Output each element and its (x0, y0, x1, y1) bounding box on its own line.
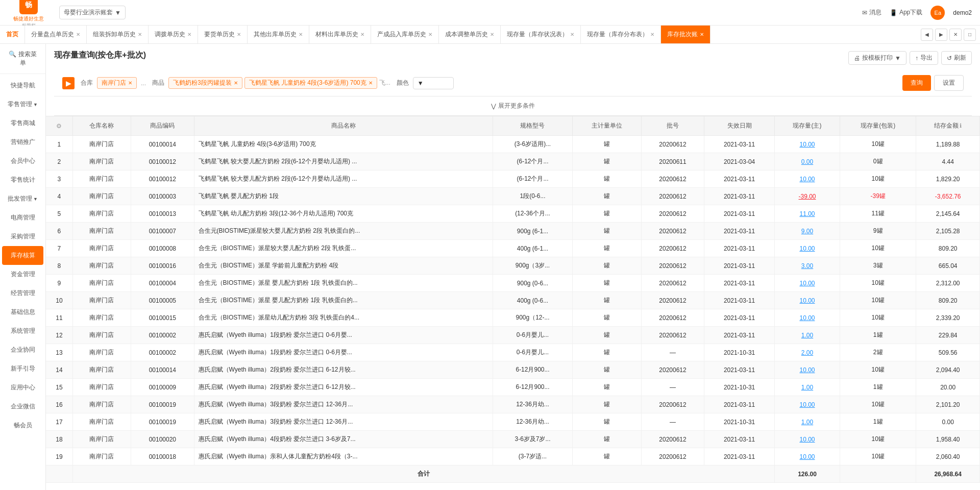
warehouse-tag-value: 南岸门店 (102, 79, 126, 87)
sidebar-item-vip[interactable]: 畅会员 (2, 416, 43, 435)
cell-stock-main[interactable]: 10.00 (774, 136, 840, 153)
settings-button[interactable]: 设置 (934, 75, 964, 91)
sidebar-item-enterprise[interactable]: 企业协同 (2, 340, 43, 359)
sidebar-item-newbie[interactable]: 新手引导 (2, 359, 43, 378)
cell-stock-main[interactable]: 3.00 (774, 257, 840, 275)
cell-stock-main[interactable]: 10.00 (774, 448, 840, 465)
sidebar-item-app_center[interactable]: 应用中心 (2, 378, 43, 397)
tab-close-split_check_history[interactable]: ✕ (76, 32, 80, 37)
sidebar-item-finance[interactable]: 资金管理 (2, 265, 43, 284)
tab-pick_history[interactable]: 调拨单历史 ✕ (149, 26, 198, 44)
cell-warehouse: 南岸门店 (72, 396, 131, 413)
message-button[interactable]: ✉ 消息 (862, 8, 881, 17)
warehouse-tag-item[interactable]: 南岸门店 ✕ (97, 77, 137, 89)
goods-more[interactable]: 飞... (379, 79, 390, 87)
cell-stock-main[interactable]: 10.00 (774, 275, 840, 292)
expand-more-button[interactable]: ⋁ 展开更多条件 (487, 100, 539, 112)
shortcut-nav-item[interactable]: 快捷导航 (2, 76, 43, 95)
tab-close-requisition_history[interactable]: ✕ (237, 32, 241, 37)
sidebar-item-basic_info[interactable]: 基础信息 (2, 303, 43, 322)
tab-home[interactable]: 首页 (0, 26, 25, 44)
sidebar-item-system[interactable]: 系统管理 (2, 322, 43, 340)
sidebar-item-wholesale[interactable]: 批发管理▼ (2, 189, 43, 208)
sidebar-item-retail_stats[interactable]: 零售统计 (2, 170, 43, 189)
cell-stock-main[interactable]: 10.00 (774, 170, 840, 188)
cell-stock-main[interactable]: -39.00 (774, 188, 840, 205)
sidebar-item-operations[interactable]: 经营管理 (2, 284, 43, 303)
cell-goods-name: 惠氏启赋（Wyeth illuma）1段奶粉 爱尔兰进口 0-6月婴... (194, 344, 493, 361)
goods-tag-0-remove[interactable]: ✕ (234, 80, 238, 86)
cell-unit: 罐 (572, 431, 641, 448)
cell-no: 11 (46, 309, 72, 327)
cell-spec: 900g（3岁... (493, 257, 572, 275)
tab-close-disassembly_history[interactable]: ✕ (138, 32, 142, 37)
cell-stock-main[interactable]: 9.00 (774, 223, 840, 240)
message-label: 消息 (869, 8, 881, 17)
sidebar-item-ecommerce[interactable]: 电商管理 (2, 208, 43, 227)
tab-close-pick_history[interactable]: ✕ (187, 32, 191, 37)
cell-stock-main[interactable]: 11.00 (774, 205, 840, 223)
cell-stock-main[interactable]: 2.00 (774, 344, 840, 361)
nav-next-button[interactable]: ▶ (935, 29, 947, 41)
app-download-button[interactable]: 📱 App下载 (890, 8, 922, 17)
cell-stock-main[interactable]: 1.00 (774, 413, 840, 431)
warehouse-more[interactable]: ... (141, 80, 146, 87)
goods-tag-1[interactable]: 飞鹤星飞帆 儿童奶粉 4段(3-6岁适用) 700克 ✕ (244, 77, 377, 89)
tab-stock_status[interactable]: 现存量（库存状况表） ✕ (501, 26, 581, 44)
cell-stock-main[interactable]: 10.00 (774, 431, 840, 448)
tab-requisition_history[interactable]: 要货单历史 ✕ (198, 26, 248, 44)
sidebar-item-retail[interactable]: 零售管理▼ (2, 95, 43, 114)
col-stock-main: 现存量(主) (774, 116, 840, 136)
color-dropdown[interactable]: ▼ (413, 77, 454, 89)
cell-stock-main[interactable]: 1.00 (774, 379, 840, 396)
nav-maximize-button[interactable]: □ (964, 29, 976, 41)
sidebar-item-inventory[interactable]: 库存核算 (2, 246, 43, 265)
nav-close-button[interactable]: ✕ (949, 29, 962, 41)
query-button[interactable]: 查询 (902, 75, 931, 91)
cell-stock-main[interactable]: 0.00 (774, 153, 840, 170)
industry-selector[interactable]: 母婴行业演示账套 ▼ (59, 6, 126, 19)
cell-stock-main[interactable]: 10.00 (774, 240, 840, 257)
tab-close-stock_status[interactable]: ✕ (570, 32, 574, 37)
warehouse-tag-remove[interactable]: ✕ (128, 80, 132, 86)
sidebar-item-retail_mall[interactable]: 零售商城 (2, 114, 43, 133)
tab-close-cost_adjust_history[interactable]: ✕ (490, 32, 494, 37)
tab-product_in_history[interactable]: 产成品入库单历史 ✕ (371, 26, 439, 44)
export-button[interactable]: ↑ 导出 (910, 51, 938, 65)
cell-stock-main[interactable]: 1.00 (774, 327, 840, 344)
tab-close-product_in_history[interactable]: ✕ (428, 32, 432, 37)
info-icon[interactable]: ℹ (960, 122, 962, 129)
search-menu-button[interactable]: 🔍 搜索菜单 (4, 48, 41, 69)
tab-cost_adjust_history[interactable]: 成本调整单历史 ✕ (439, 26, 501, 44)
goods-tag-0[interactable]: 飞鹤奶粉3段丙罐提装 ✕ (168, 77, 242, 89)
sidebar-item-member[interactable]: 会员中心 (2, 152, 43, 170)
tab-other_out_history[interactable]: 其他出库单历史 ✕ (248, 26, 309, 44)
tab-close-batch_account[interactable]: ✕ (700, 32, 704, 37)
tab-disassembly_history[interactable]: 组装拆卸单历史 ✕ (87, 26, 149, 44)
tab-close-stock_dist[interactable]: ✕ (650, 32, 654, 37)
tab-close-other_out_history[interactable]: ✕ (299, 32, 303, 37)
cell-goods-code: 00100012 (131, 170, 194, 188)
filter-toggle-button[interactable]: ▶ (62, 77, 75, 89)
sidebar-item-purchase[interactable]: 采购管理 (2, 227, 43, 246)
tab-close-material_out_history[interactable]: ✕ (360, 32, 364, 37)
cell-stock-main[interactable]: 10.00 (774, 396, 840, 413)
sidebar-item-corp_wechat[interactable]: 企业微信 (2, 397, 43, 416)
query-button-group: 查询 设置 (902, 75, 964, 91)
settings-icon[interactable]: ⚙ (56, 122, 62, 130)
chevron-down-icon: ▼ (33, 197, 38, 202)
tab-stock_dist[interactable]: 现存量（库存分布表） ✕ (581, 26, 661, 44)
username[interactable]: demo2 (953, 9, 972, 16)
cell-stock-main[interactable]: 10.00 (774, 361, 840, 379)
template-print-button[interactable]: 🖨 按模板打印 ▼ (848, 51, 906, 65)
tab-split_check_history[interactable]: 分量盘点单历史 ✕ (25, 26, 87, 44)
cell-stock-pkg: 10罐 (840, 448, 916, 465)
tab-batch_account[interactable]: 库存批次账 ✕ (661, 26, 710, 44)
goods-tag-1-remove[interactable]: ✕ (369, 80, 373, 86)
sidebar-item-marketing[interactable]: 营销推广 (2, 133, 43, 152)
refresh-button[interactable]: ↺ 刷新 (941, 51, 972, 65)
nav-prev-button[interactable]: ◀ (921, 29, 933, 41)
cell-stock-main[interactable]: 10.00 (774, 292, 840, 309)
tab-material_out_history[interactable]: 材料出库单历史 ✕ (309, 26, 371, 44)
cell-stock-main[interactable]: 10.00 (774, 309, 840, 327)
